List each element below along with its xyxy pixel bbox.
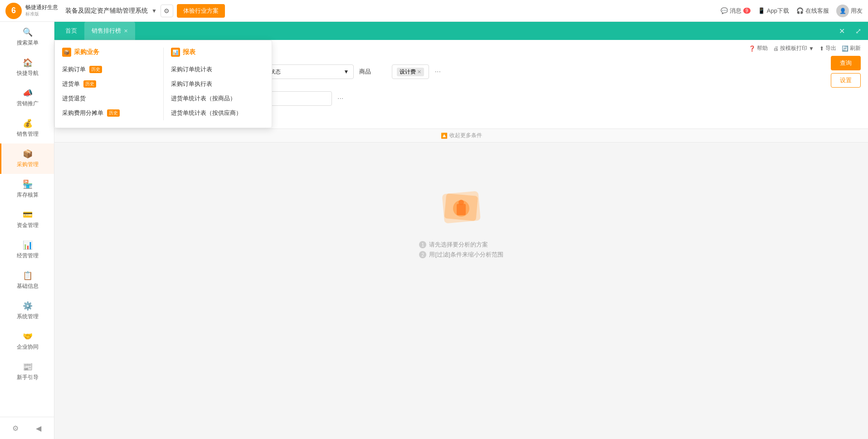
purchase-icon: 📦 <box>23 149 33 159</box>
inventory-icon: 🏪 <box>23 179 33 189</box>
user-button[interactable]: 👤 用友 <box>836 5 863 17</box>
salesperson-more-btn[interactable]: ··· <box>337 94 343 103</box>
sidebar-purchase-label: 采购管理 <box>17 161 39 168</box>
home-icon: 🏠 <box>23 58 33 68</box>
goods-input[interactable]: 设计费 ✕ <box>392 64 429 79</box>
tab-sales-rank[interactable]: 销售排行榜 ✕ <box>84 22 135 40</box>
dropdown-item-purchase-return[interactable]: 进货退货 <box>62 91 156 106</box>
purchase-order-history-badge: 历史 <box>89 66 102 73</box>
empty-text-container: 1 请先选择要分析的方案 2 用[过滤]条件来缩小分析范围 <box>419 239 503 261</box>
empty-state: 1 请先选择要分析的方案 2 用[过滤]条件来缩小分析范围 <box>54 143 868 297</box>
capital-icon: 💳 <box>23 210 33 220</box>
doc-status-dropdown-icon: ▼ <box>344 69 349 75</box>
sidebar-item-guide[interactable]: 📰 新手引导 <box>0 356 54 387</box>
online-service-button[interactable]: 🎧 在线客服 <box>796 7 829 15</box>
refresh-icon: 🔄 <box>842 45 848 52</box>
print-label: 按模板打印 <box>780 44 807 52</box>
title-dropdown-icon[interactable]: ▼ <box>151 8 157 14</box>
sidebar-item-enterprise[interactable]: 🤝 企业协同 <box>0 326 54 356</box>
bullet-1: 1 <box>419 241 426 248</box>
sidebar-search-label: 搜索菜单 <box>17 39 39 47</box>
sidebar-enterprise-label: 企业协同 <box>17 343 39 351</box>
refresh-link[interactable]: 🔄 刷新 <box>842 44 861 52</box>
headset-icon: 🎧 <box>796 7 804 14</box>
logo-icon: 6 <box>5 3 22 19</box>
empty-text-2: 2 用[过滤]条件来缩小分析范围 <box>419 251 503 259</box>
export-icon: ⬆ <box>819 45 824 52</box>
sidebar-settings-button[interactable]: ⚙ <box>8 421 23 435</box>
tab-close-window-icon[interactable]: ✕ <box>835 25 848 37</box>
marketing-icon: 📣 <box>23 88 33 98</box>
dropdown-item-purchase-receipt[interactable]: 进货单 历史 <box>62 77 156 91</box>
sidebar-basic-label: 基础信息 <box>17 282 39 290</box>
sidebar-capital-label: 资金管理 <box>17 222 39 229</box>
operation-icon: 📊 <box>23 240 33 250</box>
goods-tag-close[interactable]: ✕ <box>417 69 421 75</box>
topbar: 6 畅捷通好生意 标准版 装备及固定资产辅助管理系统 ▼ ⚙ 体验行业方案 💬 … <box>0 0 868 22</box>
export-label: 导出 <box>825 44 836 52</box>
empty-icon <box>434 179 488 233</box>
dropdown-item-order-execution[interactable]: 采购订单执行表 <box>171 77 265 91</box>
sidebar-guide-label: 新手引导 <box>17 374 39 381</box>
sidebar: 🔍 搜索菜单 🏠 快捷导航 📣 营销推广 💰 销售管理 📦 采购管理 🏪 库存核… <box>0 22 54 439</box>
sidebar-system-label: 系统管理 <box>17 313 39 321</box>
refresh-label: 刷新 <box>850 44 861 52</box>
trial-button[interactable]: 体验行业方案 <box>177 4 225 18</box>
settings-button[interactable]: 设置 <box>831 73 861 88</box>
topbar-left: 6 畅捷通好生意 标准版 <box>5 3 60 19</box>
sidebar-quicknav-label: 快捷导航 <box>17 69 39 77</box>
service-label: 在线客服 <box>805 7 829 15</box>
dropdown-item-purchase-order[interactable]: 采购订单 历史 <box>62 62 156 77</box>
tab-expand-icon[interactable]: ⤢ <box>852 25 864 37</box>
receipt-by-supplier-label: 进货单统计表（按供应商） <box>171 109 242 117</box>
query-button[interactable]: 查询 <box>831 56 861 70</box>
system-icon: ⚙️ <box>23 301 33 311</box>
export-link[interactable]: ⬆ 导出 <box>819 44 836 52</box>
dropdown-divider <box>163 48 164 120</box>
message-icon: 💬 <box>721 7 728 14</box>
help-link[interactable]: ❓ 帮助 <box>749 44 768 52</box>
sidebar-item-sales[interactable]: 💰 销售管理 <box>0 113 54 143</box>
enterprise-icon: 🤝 <box>23 331 33 341</box>
collapse-link: 🔼 收起更多条件 <box>441 132 482 139</box>
sidebar-item-basic[interactable]: 📋 基础信息 <box>0 265 54 296</box>
settings-gear-icon[interactable]: ⚙ <box>161 5 173 17</box>
sidebar-item-operation[interactable]: 📊 经营管理 <box>0 235 54 265</box>
sidebar-item-quicknav[interactable]: 🏠 快捷导航 <box>0 52 54 83</box>
phone-icon: 📱 <box>758 7 765 14</box>
dropdown-item-receipt-by-supplier[interactable]: 进货单统计表（按供应商） <box>171 106 265 120</box>
message-badge: 9 <box>743 8 751 14</box>
purchase-receipt-history-badge: 历史 <box>83 80 96 88</box>
sidebar-sales-label: 销售管理 <box>17 130 39 138</box>
sidebar-item-system[interactable]: ⚙️ 系统管理 <box>0 296 54 326</box>
tab-close-icon[interactable]: ✕ <box>124 28 128 34</box>
dropdown-item-receipt-by-goods[interactable]: 进货单统计表（按商品） <box>171 91 265 106</box>
app-download-button[interactable]: 📱 App下载 <box>758 7 789 15</box>
report-section-title-label: 报表 <box>183 48 195 56</box>
dropdown-item-purchase-expense[interactable]: 采购费用分摊单 历史 <box>62 106 156 120</box>
tab-bar: 首页 销售排行榜 ✕ ✕ ⤢ <box>54 22 868 40</box>
collapse-row[interactable]: 🔼 收起更多条件 <box>54 129 868 143</box>
sidebar-item-marketing[interactable]: 📣 营销推广 <box>0 83 54 113</box>
help-label: 帮助 <box>757 44 768 52</box>
sidebar-item-search[interactable]: 🔍 搜索菜单 <box>0 22 54 52</box>
purchase-return-label: 进货退货 <box>62 94 86 103</box>
sidebar-item-inventory[interactable]: 🏪 库存核算 <box>0 174 54 204</box>
goods-more-btn[interactable]: ··· <box>434 68 440 76</box>
tab-home[interactable]: 首页 <box>58 22 84 40</box>
purchase-order-label: 采购订单 <box>62 65 86 74</box>
help-icon: ❓ <box>749 45 756 52</box>
sidebar-inventory-label: 库存核算 <box>17 191 39 199</box>
order-summary-label: 采购订单统计表 <box>171 65 212 74</box>
sidebar-item-purchase[interactable]: 📦 采购管理 <box>0 143 54 174</box>
collapse-text: 收起更多条件 <box>449 132 482 139</box>
goods-tag: 设计费 ✕ <box>397 68 424 76</box>
message-button[interactable]: 💬 消息 9 <box>721 7 751 15</box>
goods-label: 商品 <box>359 68 386 76</box>
empty-text-1: 1 请先选择要分析的方案 <box>419 241 503 249</box>
dropdown-item-order-summary[interactable]: 采购订单统计表 <box>171 62 265 77</box>
sidebar-collapse-button[interactable]: ◀ <box>31 421 46 435</box>
sidebar-item-capital[interactable]: 💳 资金管理 <box>0 204 54 235</box>
print-template-link[interactable]: 🖨 按模板打印 ▼ <box>773 44 814 52</box>
receipt-by-goods-label: 进货单统计表（按商品） <box>171 94 236 103</box>
